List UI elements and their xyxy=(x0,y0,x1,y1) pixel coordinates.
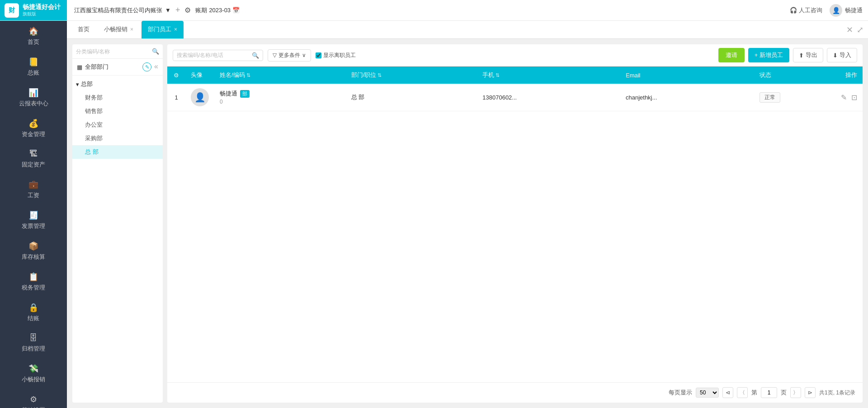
calendar-icon: 📅 xyxy=(232,7,240,14)
dept-general-label: 总部 xyxy=(81,80,93,88)
content-area: 首页 小畅报销 × 部门员工 × ✕ ⤢ 🔍 xyxy=(67,21,868,408)
import-button[interactable]: ⬇ 导入 xyxy=(827,48,857,62)
sidebar-item-ledger[interactable]: 📒 总账 xyxy=(0,52,67,82)
dept-search-input[interactable] xyxy=(76,48,149,55)
employee-search-box[interactable]: 🔍 xyxy=(173,50,263,61)
per-page-select[interactable]: 50 20 100 xyxy=(696,388,719,398)
support-label: 人工咨询 xyxy=(799,6,822,14)
page-label: 第 xyxy=(751,389,757,397)
dept-edit-icon[interactable]: ✎ xyxy=(142,62,151,71)
sidebar-label-inventory: 库存核算 xyxy=(22,253,45,261)
sidebar-item-closing[interactable]: 🔒 结账 xyxy=(0,297,67,328)
sidebar-item-settings[interactable]: ⚙ 基础设置 xyxy=(0,389,67,408)
next-page-button[interactable]: 〉 xyxy=(790,387,801,398)
show-resigned-checkbox[interactable] xyxy=(316,52,321,58)
employee-search-input[interactable] xyxy=(177,52,249,58)
first-page-button[interactable]: ⊲ xyxy=(722,387,733,398)
company-selector[interactable]: 江西服宝精品有限责任公司内账张 ▼ xyxy=(74,6,171,14)
dept-collapse-icon[interactable]: « xyxy=(154,62,158,71)
ledger-icon: 📒 xyxy=(28,57,38,67)
employee-code: 0 xyxy=(220,99,340,105)
page-suffix: 页 xyxy=(781,389,787,397)
sidebar-item-tax[interactable]: 📋 税务管理 xyxy=(0,266,67,297)
sidebar-label-invoice: 发票管理 xyxy=(22,222,45,230)
total-info: 共1页, 1条记录 xyxy=(819,389,855,397)
export-label: 导出 xyxy=(806,51,817,59)
row-index: 1 xyxy=(167,84,185,111)
tab-expense-close[interactable]: × xyxy=(130,26,133,33)
last-page-button[interactable]: ⊳ xyxy=(805,387,816,398)
disable-employee-icon[interactable]: ⊡ xyxy=(851,93,857,102)
sidebar-item-invoice[interactable]: 🧾 发票管理 xyxy=(0,205,67,236)
dept-search-icon[interactable]: 🔍 xyxy=(152,48,159,55)
pagination: 每页显示 50 20 100 ⊲ 〈 第 页 〉 ⊳ 共1页, 1条记录 xyxy=(167,382,863,403)
show-resigned-toggle[interactable]: 显示离职员工 xyxy=(316,52,356,59)
dept-tree-item-sales[interactable]: 销售部 xyxy=(72,104,163,118)
row-avatar-cell: 👤 xyxy=(185,84,214,111)
sidebar-item-inventory[interactable]: 📦 库存核算 xyxy=(0,236,67,266)
col-phone[interactable]: 手机 xyxy=(477,66,620,84)
col-dept[interactable]: 部门/职位 xyxy=(346,66,477,84)
toolbar-right: 邀请 + 新增员工 ⬆ 导出 ⬇ 导入 xyxy=(718,48,857,62)
app-edition: 旗舰版 xyxy=(23,11,61,17)
name-row: 畅捷通 部 xyxy=(220,90,340,98)
invite-button[interactable]: 邀请 xyxy=(718,48,745,62)
export-button[interactable]: ⬆ 导出 xyxy=(793,48,823,62)
tab-home-label: 首页 xyxy=(78,25,90,33)
sidebar-label-tax: 税务管理 xyxy=(22,284,45,292)
add-employee-button[interactable]: + 新增员工 xyxy=(748,48,789,62)
tab-dept[interactable]: 部门员工 × xyxy=(142,21,184,38)
sidebar-label-ledger: 总账 xyxy=(28,69,39,77)
tab-close-all-icon[interactable]: ✕ xyxy=(846,25,853,35)
tab-dept-close[interactable]: × xyxy=(174,26,177,33)
col-status: 状态 xyxy=(754,66,808,84)
sidebar-item-expense[interactable]: 💸 小畅报销 xyxy=(0,358,67,389)
tab-home[interactable]: 首页 xyxy=(71,21,96,38)
col-settings[interactable]: ⚙ xyxy=(167,66,185,84)
edit-employee-icon[interactable]: ✎ xyxy=(841,93,847,102)
tab-expense-label: 小畅报销 xyxy=(104,25,127,33)
sidebar-item-home[interactable]: 🏠 首页 xyxy=(0,21,67,52)
home-icon: 🏠 xyxy=(28,26,38,36)
dept-purchase-label: 采购部 xyxy=(85,134,103,142)
sidebar-item-salary[interactable]: 💼 工资 xyxy=(0,174,67,205)
dept-tree-item-finance[interactable]: 财务部 xyxy=(72,91,163,104)
header-right: 🎧 人工咨询 👤 畅捷通 xyxy=(790,4,863,17)
user-menu[interactable]: 👤 畅捷通 xyxy=(830,4,863,17)
app-name: 畅捷通好会计 xyxy=(23,3,61,11)
row-phone: 138070602... xyxy=(477,84,620,111)
dept-finance-label: 财务部 xyxy=(85,94,103,102)
row-dept: 总 部 xyxy=(346,84,477,111)
dept-tree-item-general-header[interactable]: ▾ 总部 xyxy=(72,77,163,91)
dept-tree-item-purchase[interactable]: 采购部 xyxy=(72,132,163,145)
period-value: 2023-03 xyxy=(209,7,231,14)
dept-left-panel: 🔍 ▦ 全部部门 ✎ « ▾ 总部 xyxy=(72,44,163,403)
sidebar-item-archive[interactable]: 🗄 归档管理 xyxy=(0,328,67,358)
dept-arrow-icon: ▾ xyxy=(76,81,79,88)
top-header: 财 畅捷通好会计 旗舰版 江西服宝精品有限责任公司内账张 ▼ + ⚙ 账期 20… xyxy=(0,0,868,21)
employees-table: ⚙ 头像 姓名/编码 部门/职位 手机 Email 状态 操作 xyxy=(167,66,863,382)
sidebar-item-assets[interactable]: 🏗 固定资产 xyxy=(0,144,67,174)
row-name-cell: 畅捷通 部 0 xyxy=(214,84,346,111)
header-settings-icon[interactable]: ⚙ xyxy=(184,6,191,14)
import-icon: ⬇ xyxy=(833,52,838,59)
prev-page-button[interactable]: 〈 xyxy=(737,387,748,398)
support-button[interactable]: 🎧 人工咨询 xyxy=(790,6,822,14)
logo-area: 财 畅捷通好会计 旗舰版 xyxy=(0,0,67,20)
add-account-button[interactable]: + xyxy=(175,5,180,15)
sidebar-item-reports[interactable]: 📊 云报表中心 xyxy=(0,82,67,113)
export-icon: ⬆ xyxy=(799,52,804,59)
col-name[interactable]: 姓名/编码 xyxy=(214,66,346,84)
tab-expand-icon[interactable]: ⤢ xyxy=(857,25,863,35)
dept-tree-item-general2[interactable]: 总 部 xyxy=(72,145,163,159)
status-badge: 正常 xyxy=(760,92,780,103)
tax-icon: 📋 xyxy=(28,272,38,282)
more-filter-button[interactable]: ▽ 更多条件 ∨ xyxy=(268,49,311,62)
sidebar-item-capital[interactable]: 💰 资金管理 xyxy=(0,113,67,144)
tab-expense[interactable]: 小畅报销 × xyxy=(98,21,140,38)
accounting-period[interactable]: 账期 2023-03 📅 xyxy=(195,6,240,14)
dept-tree: ▾ 总部 财务部 销售部 办公室 采购部 xyxy=(72,76,163,403)
company-arrow-icon: ▼ xyxy=(165,7,171,14)
dept-tree-item-office[interactable]: 办公室 xyxy=(72,118,163,132)
current-page-input[interactable] xyxy=(761,387,777,398)
